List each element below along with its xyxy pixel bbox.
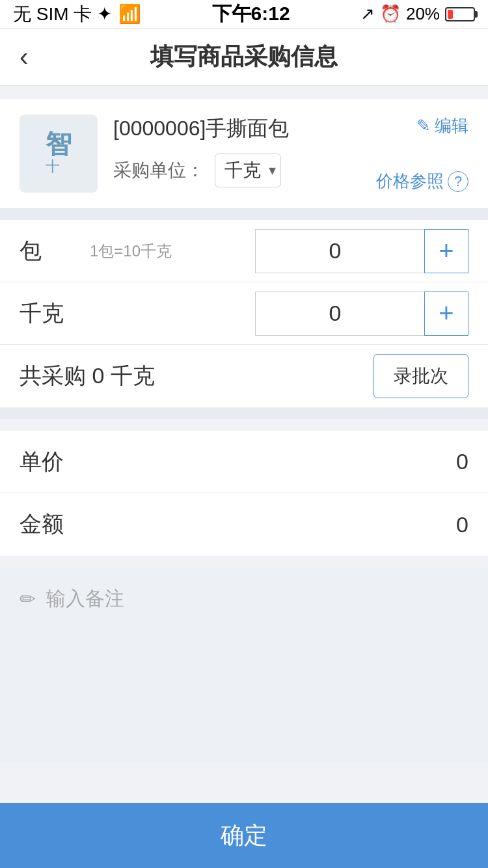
edit-button[interactable]: ✎ 编辑 (416, 115, 468, 137)
remark-placeholder-text: 输入备注 (46, 586, 124, 612)
unit-price-row: 单价 0 (0, 431, 488, 493)
location-icon: ↗ (360, 4, 375, 24)
quantity-section: 包 1包=10千克 + 千克 + (0, 220, 488, 345)
battery-icon (445, 7, 475, 21)
edit-label: 编辑 (435, 115, 468, 137)
status-bar: 无 SIM 卡 ✦ 📶 下午6:12 ↗ ⏰ 20% (0, 0, 488, 29)
signal-text: 无 SIM 卡 ✦ (13, 2, 112, 27)
amount-row: 金额 0 (0, 493, 488, 556)
price-ref-button[interactable]: 价格参照 ? (376, 170, 468, 193)
status-left: 无 SIM 卡 ✦ 📶 (13, 2, 141, 27)
back-button[interactable]: ‹ (20, 42, 28, 72)
status-right: ↗ ⏰ 20% (360, 4, 475, 24)
battery-pct: 20% (406, 4, 440, 24)
total-row: 共采购 0 千克 录批次 (0, 345, 488, 407)
unit-price-value: 0 (456, 449, 468, 474)
bao-row: 包 1包=10千克 + (0, 220, 488, 282)
kg-plus-button[interactable]: + (424, 292, 468, 336)
confirm-button[interactable]: 确定 (0, 803, 488, 868)
total-label: 共采购 0 千克 (20, 361, 373, 391)
price-ref-label: 价格参照 (376, 170, 444, 193)
bao-input-row: + (255, 229, 468, 273)
product-logo: 智 (46, 131, 72, 157)
battery-fill (448, 10, 453, 19)
section-divider-1 (0, 208, 488, 220)
bao-input[interactable] (255, 229, 424, 273)
bao-plus-button[interactable]: + (424, 229, 468, 273)
help-icon: ? (448, 171, 468, 192)
section-divider-2 (0, 407, 488, 419)
kg-input[interactable] (255, 292, 424, 336)
price-info-section: 单价 0 金额 0 (0, 431, 488, 556)
kg-label: 千克 (20, 299, 85, 329)
status-time: 下午6:12 (212, 1, 290, 27)
alarm-icon: ⏰ (380, 4, 401, 24)
unit-select-wrapper[interactable]: 千克 (215, 154, 281, 187)
kg-input-row: + (255, 292, 468, 336)
edit-icon: ✎ (416, 116, 431, 136)
kg-row: 千克 + (0, 282, 488, 345)
unit-select-button[interactable]: 千克 (215, 154, 281, 187)
amount-label: 金额 (20, 509, 456, 539)
wifi-icon: 📶 (118, 3, 141, 25)
record-batch-button[interactable]: 录批次 (373, 354, 468, 398)
pencil-icon: ✏ (20, 588, 36, 610)
product-name: [0000006]手撕面包 (113, 115, 468, 143)
product-logo-sub: 十 (46, 157, 72, 176)
product-image: 智 十 (20, 115, 98, 193)
nav-bar: ‹ 填写商品采购信息 (0, 29, 488, 86)
bao-sublabel: 1包=10千克 (90, 241, 255, 262)
bao-label: 包 (20, 236, 85, 266)
unit-label: 采购单位： (113, 158, 204, 183)
unit-price-label: 单价 (20, 447, 456, 477)
product-card: 智 十 [0000006]手撕面包 采购单位： 千克 ✎ 编辑 价格参照 ? (0, 99, 488, 208)
remark-placeholder: ✏ 输入备注 (20, 586, 468, 612)
page-title: 填写商品采购信息 (150, 41, 338, 73)
amount-value: 0 (456, 512, 468, 537)
remark-section[interactable]: ✏ 输入备注 (0, 567, 488, 763)
